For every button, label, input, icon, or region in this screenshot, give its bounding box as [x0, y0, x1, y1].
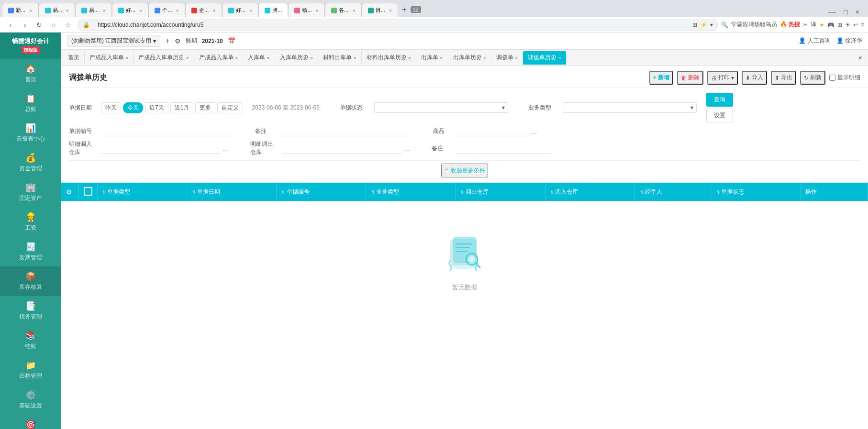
th-to-warehouse[interactable]: ⇅ 调入仓库: [545, 183, 634, 201]
refresh-nav-btn[interactable]: ↻: [33, 18, 46, 32]
detail-out-dots[interactable]: ...: [404, 144, 410, 153]
th-gear[interactable]: ⚙: [61, 183, 78, 201]
maximize-btn[interactable]: □: [841, 7, 850, 17]
date-btn-custom[interactable]: 自定义: [217, 102, 243, 113]
tab-transfer-history[interactable]: 调拨单历史 ×: [523, 51, 566, 65]
new-btn[interactable]: + 新增: [649, 71, 673, 85]
delete-btn[interactable]: 🗑 删除: [677, 71, 703, 85]
company-selector[interactable]: (勿删勿禁用) 江西服宝测试专用 ▾: [67, 35, 160, 47]
back-btn[interactable]: ‹: [4, 18, 17, 32]
tab-close-4[interactable]: ×: [267, 55, 269, 61]
date-btn-today[interactable]: 今天: [123, 102, 143, 113]
th-from-warehouse[interactable]: ⇅ 调出仓库: [456, 183, 545, 201]
customer-service[interactable]: 👤 人工咨询: [799, 37, 830, 45]
sidebar-item-ledger[interactable]: 📋 总账: [0, 88, 61, 118]
browser-tab-active[interactable]: 腾...: [258, 3, 288, 17]
th-doc-no[interactable]: ⇅ 单据编号: [276, 183, 366, 201]
home-btn[interactable]: ⌂: [47, 18, 60, 32]
sidebar-item-home[interactable]: 🏠 首页: [0, 59, 61, 88]
tab-close-10[interactable]: ×: [515, 55, 518, 61]
display-toggle-checkbox[interactable]: [829, 75, 835, 81]
sidebar-item-invoice[interactable]: 🧾 发票管理: [0, 237, 61, 266]
docno-input[interactable]: [101, 126, 235, 136]
tab-close-2[interactable]: ×: [186, 55, 189, 61]
tab-transfer[interactable]: 调拨单 ×: [491, 51, 523, 65]
user-avatar[interactable]: 👤 徐泽华: [836, 37, 862, 45]
tab-product-in[interactable]: 产成品入库单 ×: [85, 51, 134, 65]
refresh-btn[interactable]: ↻ 刷新: [800, 71, 825, 85]
tab-outbound-history[interactable]: 出库单历史 ×: [448, 51, 491, 65]
query-button[interactable]: 查询: [706, 93, 733, 107]
sidebar-item-settings[interactable]: ⚙️ 基础设置: [0, 385, 61, 415]
browser-tab-3[interactable]: 易...×: [75, 3, 112, 17]
tab-close-11[interactable]: ×: [558, 55, 561, 61]
th-doc-date[interactable]: ⇅ 单据日期: [187, 183, 276, 201]
date-btn-7days[interactable]: 近7天: [145, 102, 168, 113]
sidebar-item-close[interactable]: 📚 结账: [0, 326, 61, 355]
minimize-btn[interactable]: —: [825, 7, 839, 17]
tab-inbound-history[interactable]: 入库单历史 ×: [275, 51, 318, 65]
browser-tab-2[interactable]: 易...×: [39, 3, 76, 17]
browser-tab-8[interactable]: 畅...×: [288, 3, 325, 17]
goods-input[interactable]: [453, 126, 529, 136]
browser-tab-9[interactable]: 各...×: [325, 3, 362, 17]
date-btn-1month[interactable]: 近1月: [170, 102, 194, 113]
print-btn[interactable]: 🖨 打印 ▾: [707, 71, 738, 85]
import-btn[interactable]: ⬇ 导入: [742, 71, 767, 85]
forward-btn[interactable]: ›: [18, 18, 32, 32]
sidebar-item-guide[interactable]: 🎯 新手引导: [0, 415, 61, 429]
add-company-btn[interactable]: +: [165, 37, 169, 45]
browser-tab-10[interactable]: 目...×: [362, 3, 399, 17]
sidebar-item-reports[interactable]: 📊 云报表中心: [0, 118, 61, 148]
calendar-icon[interactable]: 📅: [228, 37, 235, 44]
th-biz-type[interactable]: ⇅ 业务类型: [366, 183, 456, 201]
tab-close-8[interactable]: ×: [440, 55, 443, 61]
tab-close-5[interactable]: ×: [310, 55, 313, 61]
th-checkbox[interactable]: [78, 183, 97, 201]
tab-product-in-history[interactable]: 产成品入库单历史 ×: [134, 51, 194, 65]
tab-close-7[interactable]: ×: [408, 55, 411, 61]
detail-out-input[interactable]: [282, 143, 402, 154]
detail-in-input[interactable]: [101, 143, 221, 154]
company-settings-btn[interactable]: ⚙: [175, 37, 181, 45]
date-btn-yesterday[interactable]: 昨天: [101, 102, 121, 113]
tab-close-6[interactable]: ×: [353, 55, 356, 61]
close-btn[interactable]: ×: [853, 7, 862, 17]
tab-close-9[interactable]: ×: [483, 55, 486, 61]
sidebar-item-wages[interactable]: 👷 工资: [0, 207, 61, 237]
header-checkbox[interactable]: [84, 187, 92, 196]
tab-outbound[interactable]: 出库单 ×: [416, 51, 448, 65]
tab-home[interactable]: 首页: [63, 51, 85, 65]
date-btn-more[interactable]: 更多: [195, 102, 215, 113]
tab-material-out[interactable]: 材料出库单 ×: [318, 51, 361, 65]
th-doc-type[interactable]: ⇅ 单据类型: [97, 183, 187, 201]
sidebar-item-assets[interactable]: 🏢 固定资产: [0, 177, 61, 207]
export-btn[interactable]: ⬆ 导出: [771, 71, 796, 85]
browser-tab-5[interactable]: 个...×: [148, 3, 185, 17]
browser-tab-7[interactable]: 好...×: [222, 3, 259, 17]
status-select[interactable]: ▾: [374, 102, 508, 113]
browser-tab-1[interactable]: 新...×: [2, 3, 39, 17]
collapse-filter-btn[interactable]: ⌃ 收起更多条件: [441, 164, 488, 177]
th-doc-status[interactable]: ⇅ 单据状态: [711, 183, 800, 201]
goods-dots[interactable]: ...: [531, 127, 537, 136]
sidebar-item-funds[interactable]: 💰 资金管理: [0, 148, 61, 177]
biz-type-select[interactable]: ▾: [563, 102, 697, 113]
tab-inbound[interactable]: 入库单 ×: [243, 51, 275, 65]
tab-product-in2[interactable]: 产成品入库单 ×: [194, 51, 243, 65]
th-handler[interactable]: ⇅ 经手人: [634, 183, 711, 201]
detail-in-dots[interactable]: ...: [223, 144, 229, 153]
remark-input[interactable]: [279, 126, 413, 136]
menu-icon[interactable]: ≡: [861, 22, 864, 28]
remark2-input[interactable]: [456, 143, 551, 154]
sidebar-item-archive[interactable]: 📁 归档管理: [0, 355, 61, 385]
tab-close-3[interactable]: ×: [235, 55, 238, 61]
browser-tab-4[interactable]: 好...×: [112, 3, 149, 17]
sidebar-item-inventory[interactable]: 📦 库存核算: [0, 266, 61, 296]
address-input[interactable]: [93, 19, 690, 31]
tab-close-all-btn[interactable]: ×: [855, 54, 866, 62]
tab-close-1[interactable]: ×: [125, 55, 128, 61]
sidebar-item-tax[interactable]: 📑 税务管理: [0, 296, 61, 326]
bookmark-btn[interactable]: ☆: [61, 18, 75, 32]
dropdown-nav-icon[interactable]: ▾: [710, 22, 713, 28]
